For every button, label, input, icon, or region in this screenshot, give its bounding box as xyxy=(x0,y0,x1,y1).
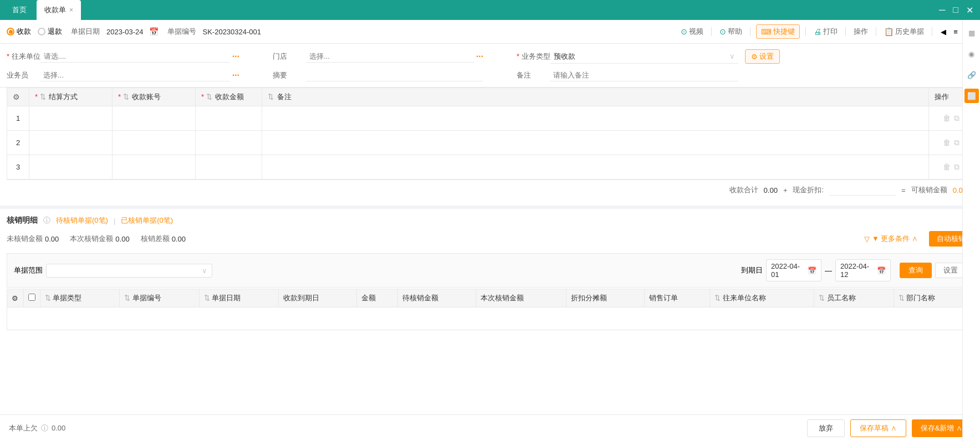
date-label: 单据日期 xyxy=(71,27,100,37)
th-gear[interactable]: ⚙ xyxy=(7,88,29,106)
section-title: 核销明细 xyxy=(7,216,38,225)
tab-active[interactable]: 收款单 × xyxy=(37,0,81,20)
th-remark: ⇅ 备注 xyxy=(262,88,929,106)
calendar-icon[interactable]: 📅 xyxy=(149,27,159,36)
pending-tab[interactable]: 待核销单据(0笔) xyxy=(56,216,108,225)
row-1-account[interactable] xyxy=(113,106,196,131)
row-2-account[interactable] xyxy=(113,131,196,155)
radio-receive[interactable]: 收款 xyxy=(7,27,31,37)
row-1-copy-icon[interactable]: ⧉ xyxy=(954,114,959,123)
current-value: 0.00 xyxy=(115,235,129,243)
radio-refund[interactable]: 退款 xyxy=(38,27,62,37)
current-label: 本次核销金额 xyxy=(70,234,113,244)
window-controls: ─ □ ✕ xyxy=(937,4,976,17)
sidebar-table-icon[interactable]: ▦ xyxy=(964,25,979,40)
cleared-tab[interactable]: 已核销单据(0笔) xyxy=(121,216,173,225)
row-1-amount[interactable] xyxy=(196,106,262,131)
lt-th-receiptdate: 收款到期日 xyxy=(278,289,356,307)
lt-checkbox-all[interactable] xyxy=(28,294,35,301)
row-1-settle[interactable] xyxy=(29,106,113,131)
discard-button[interactable]: 放弃 xyxy=(807,419,845,437)
discount-input[interactable] xyxy=(829,184,896,196)
unverified-item: 未核销金额 0.00 xyxy=(7,234,59,244)
history-button[interactable]: 📋 历史单据 xyxy=(882,25,926,38)
help-button[interactable]: ⊙ 帮助 xyxy=(717,25,744,38)
window-minimize-button[interactable]: ─ xyxy=(937,4,947,16)
layout-list-button[interactable]: ≡ xyxy=(950,27,961,36)
row-3-delete-icon[interactable]: 🗑 xyxy=(943,162,951,172)
row-3-account[interactable] xyxy=(113,155,196,180)
print-button[interactable]: 🖨 打印 xyxy=(811,25,840,38)
window-maximize-button[interactable]: □ xyxy=(951,4,961,16)
row-2-delete-icon[interactable]: 🗑 xyxy=(943,138,951,147)
store-input[interactable] xyxy=(306,50,474,63)
operation-label: 操作 xyxy=(854,27,868,37)
lt-th-checkbox[interactable] xyxy=(24,289,40,307)
sort-icon: ⇅ xyxy=(40,93,46,101)
total-row: 收款合计 0.00 + 现金折扣: = 可核销金额 0.00 xyxy=(7,180,973,200)
more-conditions-button[interactable]: ▽ ▼ 更多条件 ∧ xyxy=(864,234,918,244)
shortcut-button[interactable]: ⌨ 快捷键 xyxy=(756,24,800,39)
operation-button[interactable]: 操作 xyxy=(851,25,870,38)
staff-input[interactable] xyxy=(40,69,230,81)
footer: 本单上欠 ⓘ 0.00 放弃 保存草稿 ∧ 保存&新增 ∧ xyxy=(0,414,980,441)
main-content: 收款 退款 单据日期 2023-03-24 📅 单据编号 SK-20230324… xyxy=(0,20,980,441)
row-3-amount[interactable] xyxy=(196,155,262,180)
video-label: 视频 xyxy=(689,27,703,37)
lt-th-current: 本次核销金额 xyxy=(476,289,566,307)
lower-table: ⚙ ⇅ 单据类型 ⇅ 单据编号 ⇅ 单据日期 xyxy=(7,289,973,330)
row-3-copy-icon[interactable]: ⧉ xyxy=(954,162,959,172)
store-more-icon[interactable]: ··· xyxy=(476,52,483,61)
row-1-delete-icon[interactable]: 🗑 xyxy=(943,114,951,123)
filter-setting-button[interactable]: 设置 xyxy=(935,263,966,278)
sort-icon-2: ⇅ xyxy=(123,93,129,101)
sidebar-expand-icon[interactable]: ⬜ xyxy=(964,89,979,103)
query-button[interactable]: 查询 xyxy=(900,263,932,278)
window-close-button[interactable]: ✕ xyxy=(964,4,976,17)
video-button[interactable]: ⊙ 视频 xyxy=(678,25,706,38)
form-row-1: 往来单位 ··· 门店 ··· 业务类型 预收款 ∨ xyxy=(7,49,973,64)
range-select[interactable]: ∨ xyxy=(46,264,212,278)
gear-icon[interactable]: ⚙ xyxy=(13,93,20,101)
tab-bar: 首页 收款单 × ─ □ ✕ xyxy=(0,0,980,20)
number-label: 单据编号 xyxy=(167,27,196,37)
save-new-label: 保存&新增 ∧ xyxy=(921,423,962,433)
row-2-amount[interactable] xyxy=(196,131,262,155)
counterparty-more-icon[interactable]: ··· xyxy=(232,52,239,61)
verification-section: 核销明细 ⓘ 待核销单据(0笔) | 已核销单据(0笔) 未核销金额 0.00 … xyxy=(0,206,980,330)
table-row: 3 🗑 ⧉ xyxy=(7,155,973,180)
counterparty-label: 往来单位 xyxy=(7,52,40,61)
biztype-select[interactable]: 预收款 ∨ xyxy=(550,50,738,64)
row-1-num: 1 xyxy=(7,106,29,131)
row-3-settle[interactable] xyxy=(29,155,113,180)
lt-gear-icon[interactable]: ⚙ xyxy=(12,294,18,302)
prev-button[interactable]: ◀ xyxy=(938,27,949,36)
summary-input[interactable] xyxy=(306,69,483,81)
tab-home[interactable]: 首页 xyxy=(4,0,34,20)
diff-item: 核销差额 0.00 xyxy=(141,234,186,244)
sort-icon-4: ⇅ xyxy=(268,93,274,101)
row-3-remark[interactable] xyxy=(262,155,929,180)
date-to-input[interactable]: 2022-04-12 📅 xyxy=(835,259,891,281)
tab-close-button[interactable]: × xyxy=(69,6,73,14)
row-1-remark[interactable] xyxy=(262,106,929,131)
th-amount: ⇅ 收款金额 xyxy=(196,88,262,106)
radio-receive-circle xyxy=(7,28,14,35)
plus-label: + xyxy=(783,186,788,194)
save-draft-button[interactable]: 保存草稿 ∧ xyxy=(850,419,906,437)
lt-th-dept: ⇅ 部门名称 xyxy=(894,289,973,307)
sidebar-link-icon[interactable]: 🔗 xyxy=(964,68,979,82)
sidebar-record-icon[interactable]: ◉ xyxy=(964,47,979,61)
row-2-settle[interactable] xyxy=(29,131,113,155)
settings-button[interactable]: ⚙ 设置 xyxy=(745,49,780,64)
toolbar: 收款 退款 单据日期 2023-03-24 📅 单据编号 SK-20230324… xyxy=(0,20,980,44)
history-icon: 📋 xyxy=(884,27,894,36)
row-2-remark[interactable] xyxy=(262,131,929,155)
counterparty-input[interactable] xyxy=(40,50,230,63)
row-2-copy-icon[interactable]: ⧉ xyxy=(954,138,959,147)
staff-more-icon[interactable]: ··· xyxy=(232,70,239,80)
date-from-input[interactable]: 2022-04-01 📅 xyxy=(766,259,821,281)
remark-input[interactable] xyxy=(550,69,738,81)
lt-sort-1: ⇅ xyxy=(45,294,51,302)
lt-th-gear[interactable]: ⚙ xyxy=(7,289,24,307)
